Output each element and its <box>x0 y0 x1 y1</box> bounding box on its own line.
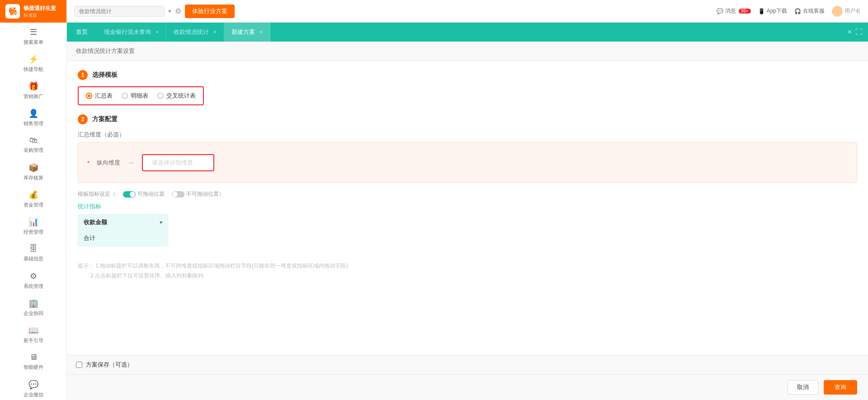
metrics-table: 收款金额 ▾ 合计 <box>78 214 168 246</box>
radio-summary-circle <box>86 93 92 99</box>
user-item[interactable]: 用户名 <box>832 6 861 17</box>
sidebar-icon-finance: 💰 <box>28 190 38 200</box>
radio-detail[interactable]: 明细表 <box>122 92 148 100</box>
page-footer: 方案保存（可选） <box>67 355 868 374</box>
tab-cash-bank[interactable]: 现金银行流水查询 × <box>97 23 166 42</box>
sidebar-icon-sales: 👤 <box>28 108 38 118</box>
save-plan-label: 方案保存（可选） <box>86 361 133 369</box>
app-icon: 📱 <box>758 8 765 14</box>
tabbar-close-btn[interactable]: × <box>848 28 852 36</box>
metrics-col-header: 收款金额 <box>84 218 107 226</box>
sidebar-label-system: 系统管理 <box>24 283 43 290</box>
sidebar-icon-inventory: 📦 <box>28 163 38 173</box>
service-icon: 🎧 <box>794 8 801 14</box>
tab-new-plan-close[interactable]: × <box>259 29 263 35</box>
sidebar-item-quick-nav[interactable]: ⚡快捷导航 <box>0 50 66 77</box>
tab-new-plan[interactable]: 新建方案 × <box>224 23 270 42</box>
sidebar-item-system[interactable]: ⚙系统管理 <box>0 267 66 294</box>
sidebar-icon-search-menu: ☰ <box>30 27 37 37</box>
drag-indicator-active <box>123 191 136 198</box>
metrics-header-row: 模板指标设定（ 可拖动位置 不可拖动位置） <box>78 190 857 198</box>
page-header: 收款情况统计方案设置 <box>67 42 868 61</box>
sidebar-item-finance[interactable]: 💰资金管理 <box>0 185 66 212</box>
radio-cross[interactable]: 交叉统计表 <box>157 92 196 100</box>
sidebar: 畅 畅捷通好生意 标准版 ☰搜索菜单⚡快捷导航🎁营销推广👤销售管理🛍采购管理📦库… <box>0 0 67 400</box>
sidebar-item-purchase[interactable]: 🛍采购管理 <box>0 131 66 158</box>
metrics-table-header[interactable]: 收款金额 ▾ <box>78 215 168 230</box>
sidebar-item-marketing[interactable]: 🎁营销推广 <box>0 77 66 104</box>
dimension-config: 汇总维度（必选） * 纵向维度 → 请选择分组维度 <box>78 131 857 183</box>
tab-collection-stats-label: 收款情况统计 <box>174 28 209 36</box>
sidebar-item-sales[interactable]: 👤销售管理 <box>0 104 66 131</box>
sidebar-label-finance: 资金管理 <box>24 202 43 208</box>
sidebar-item-base-info[interactable]: 🗄基础信息 <box>0 240 66 267</box>
page-title: 收款情况统计方案设置 <box>76 47 135 54</box>
tips-item-1: 1.拖动标题栏可以调整布局，不可跨维度或指标区域拖动栏目字段(只能在同一维度或指… <box>95 263 348 269</box>
message-icon: 💬 <box>717 8 723 14</box>
required-star: * <box>87 160 90 166</box>
cancel-button[interactable]: 取消 <box>788 380 818 395</box>
sidebar-label-wechat: 企业微信 <box>24 391 43 398</box>
sidebar-label-base-info: 基础信息 <box>24 255 43 262</box>
sidebar-icon-system: ⚙ <box>30 271 37 281</box>
tab-home[interactable]: 首页 <box>67 23 97 42</box>
sidebar-icon-quick-nav: ⚡ <box>28 54 38 64</box>
metrics-col-dropdown[interactable]: ▾ <box>160 219 162 226</box>
online-service-item[interactable]: 🎧 在线客服 <box>794 7 825 15</box>
sidebar-icon-enterprise: 🏢 <box>28 298 38 308</box>
sidebar-icon-smart-hw: 🖥 <box>29 353 38 362</box>
sidebar-item-enterprise[interactable]: 🏢企业协同 <box>0 294 66 321</box>
dimension-config-label: 汇总维度（必选） <box>78 131 857 139</box>
radio-cross-circle <box>157 93 164 99</box>
non-draggable-badge: 不可拖动位置） <box>172 190 224 198</box>
tab-collection-stats-close[interactable]: × <box>213 29 217 35</box>
tab-collection-stats[interactable]: 收款情况统计 × <box>166 23 224 42</box>
step1-header: 1 选择模板 <box>78 70 857 80</box>
sidebar-label-operations: 经营管理 <box>24 229 43 235</box>
dimension-row: * 纵向维度 → 请选择分组维度 <box>87 154 214 171</box>
industry-btn[interactable]: 体验行业方案 <box>185 5 235 18</box>
breadcrumb-input[interactable] <box>74 6 165 17</box>
query-button[interactable]: 查询 <box>824 380 857 395</box>
sidebar-item-search-menu[interactable]: ☰搜索菜单 <box>0 23 66 50</box>
tips-prefix: 提示： <box>78 263 94 269</box>
topbar-right: 💬 消息 99+ 📱 App下载 🎧 在线客服 用户名 <box>717 6 861 17</box>
sidebar-item-smart-hw[interactable]: 🖥智能硬件 <box>0 348 66 375</box>
notification-item[interactable]: 💬 消息 99+ <box>717 7 751 15</box>
draggable-label: 可拖动位置 <box>137 190 165 198</box>
radio-summary[interactable]: 汇总表 <box>86 92 113 100</box>
topbar-left: ▾ ⚙ 体验行业方案 <box>74 5 235 18</box>
gear-icon[interactable]: ⚙ <box>175 7 181 15</box>
radio-cross-label: 交叉统计表 <box>166 92 196 100</box>
sidebar-item-wechat[interactable]: 💬企业微信 <box>0 375 66 400</box>
form-area: 1 选择模板 汇总表 明细表 交叉统计表 <box>67 61 868 355</box>
tips-section: 提示： 1.拖动标题栏可以调整布局，不可跨维度或指标区域拖动栏目字段(只能在同一… <box>78 257 857 285</box>
dimension-area: * 纵向维度 → 请选择分组维度 <box>78 142 857 183</box>
notification-badge: 99+ <box>739 9 751 14</box>
metrics-col-row-1: 合计 <box>78 230 168 246</box>
sidebar-item-newbie[interactable]: 📖新手引导 <box>0 321 66 348</box>
sidebar-icon-newbie: 📖 <box>28 325 38 335</box>
step1-section: 1 选择模板 汇总表 明细表 交叉统计表 <box>78 70 857 105</box>
drag-indicator-inactive <box>172 191 184 198</box>
sidebar-label-marketing: 营销推广 <box>24 93 43 100</box>
step2-title: 方案配置 <box>92 115 118 123</box>
logo-text: 畅捷通好生意 标准版 <box>24 5 56 19</box>
radio-detail-label: 明细表 <box>131 92 148 100</box>
save-plan-checkbox[interactable] <box>76 362 82 368</box>
step2-header: 2 方案配置 <box>78 114 857 124</box>
sidebar-icon-operations: 📊 <box>28 217 38 227</box>
tips-line-2: 2.点击标题栏下拉可设置排序、插入列和删除列 <box>78 271 857 281</box>
dim-select-box[interactable]: 请选择分组维度 <box>142 154 214 171</box>
tab-cash-bank-close[interactable]: × <box>156 29 159 35</box>
dropdown-icon[interactable]: ▾ <box>168 8 171 14</box>
step1-number: 1 <box>78 70 88 80</box>
sidebar-label-newbie: 新手引导 <box>24 337 43 344</box>
sidebar-item-operations[interactable]: 📊经营管理 <box>0 212 66 240</box>
tabbar-maximize-btn[interactable]: ⛶ <box>855 28 863 36</box>
vertical-dim-label: 纵向维度 <box>97 159 120 167</box>
app-download-item[interactable]: 📱 App下载 <box>758 7 787 15</box>
sidebar-label-quick-nav: 快捷导航 <box>24 66 43 73</box>
sidebar-item-inventory[interactable]: 📦库存核算 <box>0 158 66 185</box>
radio-summary-label: 汇总表 <box>95 92 113 100</box>
